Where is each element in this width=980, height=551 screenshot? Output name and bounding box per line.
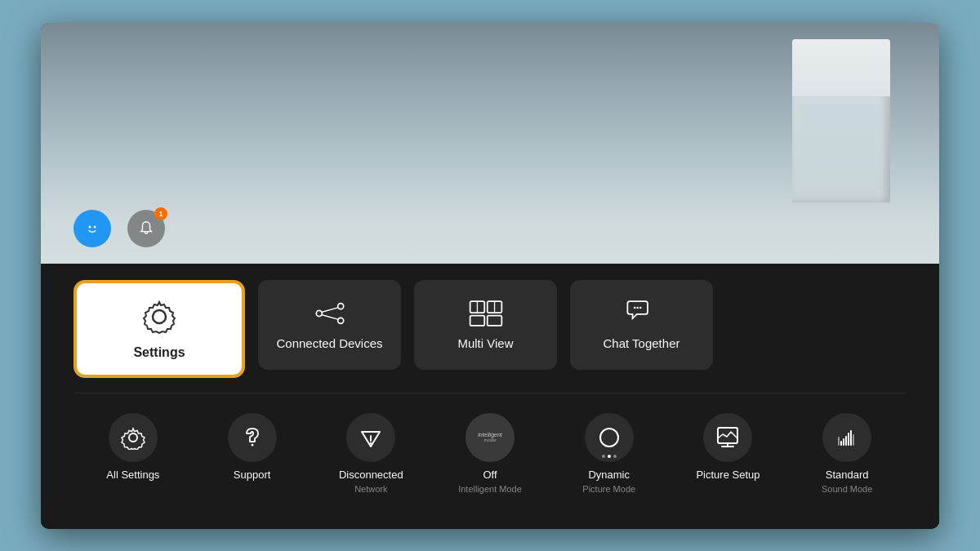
support-icon-wrap: [228, 413, 277, 462]
sound-mode-sublabel: Sound Mode: [822, 484, 872, 494]
svg-point-21: [600, 429, 618, 447]
intelligent-mode-shortcut[interactable]: intelligent mode Off Intelligent Mode: [430, 402, 550, 494]
picture-mode-shortcut[interactable]: Dynamic Picture Mode: [550, 402, 669, 494]
svg-point-16: [639, 306, 641, 309]
all-settings-label: All Settings: [106, 469, 159, 481]
svg-point-20: [370, 442, 372, 443]
notification-button[interactable]: 1: [127, 210, 165, 247]
notification-badge: 1: [154, 207, 167, 220]
shortcut-row: All Settings Support: [74, 393, 906, 529]
preview-bottom-icons: 1: [74, 210, 165, 247]
svg-point-1: [89, 225, 91, 228]
support-label: Support: [234, 469, 271, 481]
network-status-label: Disconnected: [339, 469, 403, 481]
svg-point-5: [337, 318, 343, 323]
smiley-button[interactable]: [74, 210, 111, 247]
svg-point-2: [94, 225, 96, 228]
menu-area: Settings Connected Devices: [41, 264, 939, 529]
svg-point-17: [129, 433, 137, 442]
connected-devices-menu-item[interactable]: Connected Devices: [258, 280, 401, 370]
picture-setup-label: Picture Setup: [696, 469, 760, 481]
network-icon-wrap: [346, 413, 395, 462]
chat-together-label: Chat Together: [604, 336, 680, 351]
picture-mode-sublabel: Picture Mode: [582, 484, 635, 494]
svg-point-3: [316, 310, 322, 316]
svg-point-18: [251, 443, 253, 446]
settings-menu-item[interactable]: Settings: [74, 280, 245, 378]
svg-rect-10: [470, 315, 484, 325]
all-settings-shortcut[interactable]: All Settings: [74, 402, 193, 481]
connected-devices-label: Connected Devices: [276, 336, 382, 351]
svg-line-6: [322, 307, 337, 311]
network-shortcut[interactable]: Disconnected Network: [311, 402, 430, 494]
preview-area: 1: [41, 23, 939, 264]
sound-mode-label: Standard: [826, 469, 869, 481]
picture-mode-icon-wrap: [585, 413, 634, 462]
multi-view-menu-item[interactable]: Multi View: [414, 280, 557, 370]
chat-together-menu-item[interactable]: Chat Together: [570, 280, 713, 370]
svg-rect-11: [487, 315, 501, 325]
svg-point-4: [337, 303, 343, 309]
intelligent-mode-label: Off: [483, 469, 497, 481]
intelligent-mode-sublabel: Intelligent Mode: [458, 484, 522, 494]
svg-point-0: [84, 220, 100, 237]
settings-label: Settings: [133, 344, 185, 360]
intelligent-mode-icon-wrap: intelligent mode: [466, 413, 514, 462]
support-shortcut[interactable]: Support: [193, 402, 312, 481]
picture-mode-label: Dynamic: [588, 469, 630, 481]
main-menu-row: Settings Connected Devices: [74, 264, 906, 393]
network-sublabel: Network: [354, 484, 387, 494]
svg-line-7: [322, 314, 337, 318]
all-settings-icon-wrap: [109, 413, 158, 462]
picture-setup-icon-wrap: [703, 413, 752, 462]
svg-point-15: [636, 306, 639, 309]
multi-view-label: Multi View: [457, 336, 513, 351]
picture-setup-shortcut[interactable]: Picture Setup: [669, 402, 788, 481]
tv-frame: 1 Settings: [41, 23, 939, 529]
svg-point-14: [633, 306, 635, 309]
preview-window: [792, 39, 890, 202]
sound-mode-icon-wrap: [822, 413, 871, 462]
sound-mode-shortcut[interactable]: Standard Sound Mode: [787, 402, 906, 494]
